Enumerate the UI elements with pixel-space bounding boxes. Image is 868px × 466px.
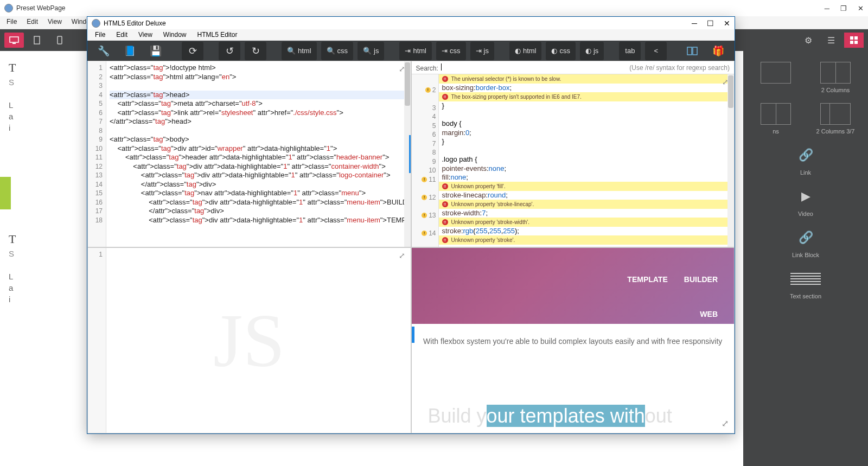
parent-titlebar: Preset WebPage ─ ❐ ✕ [0,0,868,16]
close-icon[interactable]: ✕ [858,4,864,12]
block-2col[interactable]: 2 Columns [808,62,863,93]
import-js-button[interactable]: ◐js [580,42,604,60]
editor-minimize-icon[interactable]: ─ [692,19,697,28]
tab-button[interactable]: tab [619,42,641,60]
preview-desc: With flexbox system you're able to build… [412,324,735,359]
import-html-button[interactable]: ◐html [509,42,542,60]
block-1col[interactable] [749,62,803,93]
block-cut[interactable]: ns [749,103,803,135]
grid-icon[interactable] [844,33,864,48]
refresh-icon[interactable]: ⟳ [182,42,203,60]
block-2col37[interactable]: 2 Columns 3/7 [808,103,863,135]
svg-rect-0 [10,37,18,42]
editor-app-icon [92,19,100,28]
block-linkblock[interactable]: 🔗Link Block [749,227,863,258]
preview-pane[interactable]: TEMPLATE BUILDER WEB With flexbox system… [411,247,735,434]
editor-titlebar[interactable]: HTML5 Editor Deluxe ─ ☐ ✕ [87,17,735,29]
editor-menu-html5[interactable]: HTML5 Editor [193,29,242,40]
parent-title-text: Preset WebPage [16,4,66,12]
js-editor-pane[interactable]: 1 JS ⤢ [87,247,411,434]
svg-rect-8 [687,47,692,55]
back-button[interactable]: < [645,42,667,60]
svg-rect-5 [854,36,858,40]
editor-maximize-icon[interactable]: ☐ [707,19,714,28]
book-icon[interactable]: 📘 [119,42,141,60]
import-css-button[interactable]: ◐css [546,42,576,60]
export-js-button[interactable]: ⇥js [470,42,494,60]
svg-rect-1 [12,43,16,44]
app-icon [4,4,13,12]
parent-menu-file[interactable]: File [2,16,21,29]
search-css-button[interactable]: 🔍css [321,42,354,60]
search-html-button[interactable]: 🔍html [282,42,317,60]
block-textsection[interactable]: Text section [749,268,863,299]
maximize-icon[interactable]: ❐ [840,4,847,12]
video-icon: ▶ [790,186,821,207]
nav-builder[interactable]: BUILDER [684,275,718,284]
svg-rect-4 [850,36,853,40]
green-accent [0,177,11,209]
device-tablet-button[interactable] [27,33,47,48]
svg-rect-7 [854,41,858,44]
nav-web[interactable]: WEB [566,310,718,318]
svg-rect-2 [34,36,40,44]
parent-menu-view[interactable]: View [43,16,66,29]
search-js-button[interactable]: 🔍js [358,42,384,60]
editor-menu-file[interactable]: File [91,29,110,40]
css-editor-pane[interactable]: Search: (Use /re/ syntax for regexp sear… [411,61,735,247]
export-css-button[interactable]: ⇥css [436,42,466,60]
preview-headline: Build your templates without [428,405,718,427]
svg-rect-3 [58,36,62,44]
editor-menubar: File Edit View Window HTML5 Editor [87,29,735,41]
svg-rect-9 [693,47,697,55]
preview-hero: TEMPLATE BUILDER WEB [412,248,735,324]
expand-icon[interactable]: ⤢ [722,418,729,429]
link-icon: 🔗 [790,144,821,166]
linkblock-icon: 🔗 [790,227,821,248]
search-label: Search: [416,65,438,72]
html-editor-pane[interactable]: 123456789101112131415161718 <attr">class… [87,61,411,247]
parent-menu-edit[interactable]: Edit [22,16,42,29]
blocks-panel: 2 Columns ns 2 Columns 3/7 🔗Link ▶Video … [743,51,868,466]
text-lines-icon [790,268,821,290]
gift-icon[interactable]: 🎁 [707,42,729,60]
editor-window: HTML5 Editor Deluxe ─ ☐ ✕ File Edit View… [87,16,735,434]
export-html-button[interactable]: ⇥html [399,42,432,60]
wrench-icon[interactable]: 🔧 [93,42,114,60]
block-link[interactable]: 🔗Link [749,144,863,176]
editor-menu-view[interactable]: View [134,29,157,40]
gear-icon[interactable]: ⚙ [799,33,818,48]
nav-template[interactable]: TEMPLATE [627,275,667,284]
block-video[interactable]: ▶Video [749,186,863,217]
expand-icon[interactable]: ⤢ [399,251,405,260]
search-hint: (Use /re/ syntax for regexp search) [629,64,730,72]
save-icon[interactable]: 💾 [145,42,167,60]
device-desktop-button[interactable] [4,33,24,48]
editor-toolbar: 🔧 📘 💾 ⟳ ↺ ↻ 🔍html 🔍css 🔍js ⇥html ⇥css ⇥j… [87,41,735,61]
editor-close-icon[interactable]: ✕ [724,19,730,28]
redo-icon[interactable]: ↻ [245,42,266,60]
editor-menu-window[interactable]: Window [159,29,191,40]
editor-title-text: HTML5 Editor Deluxe [104,20,166,27]
hamburger-icon[interactable]: ☰ [821,33,841,48]
scrollbar[interactable] [727,74,734,247]
device-mobile-button[interactable] [50,33,69,48]
blue-accent [412,327,414,343]
undo-icon[interactable]: ↺ [219,42,240,60]
editor-menu-edit[interactable]: Edit [112,29,132,40]
svg-rect-6 [850,41,853,44]
minimize-icon[interactable]: ─ [825,4,829,12]
columns-icon[interactable] [681,42,703,60]
